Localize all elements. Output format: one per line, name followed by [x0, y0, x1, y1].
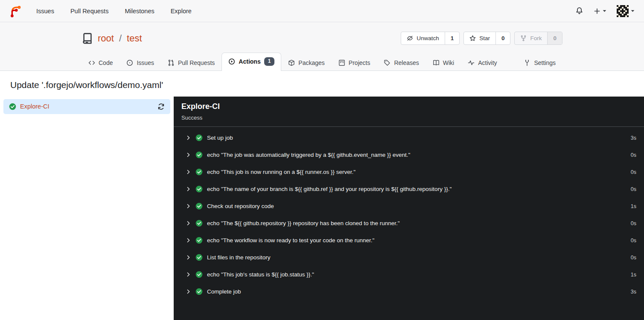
step-success-check-icon: [195, 271, 203, 278]
run-panel-title: Explore-CI: [181, 102, 636, 111]
step-name: echo "This job is now running on a ${{ r…: [207, 169, 356, 175]
repo-separator: /: [119, 33, 122, 44]
tab-releases[interactable]: Releases: [377, 55, 425, 71]
chevron-right-icon: [186, 272, 191, 277]
tab-wiki-label: Wiki: [443, 59, 454, 66]
run-status: Success: [181, 114, 636, 121]
actions-count-badge: 1: [264, 57, 275, 66]
step-duration: 3s: [631, 135, 636, 141]
repo-action-buttons: Unwatch 1 Star 0: [401, 32, 562, 45]
tab-pull-requests-label: Pull Requests: [178, 59, 215, 66]
user-menu-dropdown[interactable]: [617, 5, 635, 17]
step-row[interactable]: List files in the repository 0s: [174, 249, 644, 266]
chevron-right-icon: [186, 203, 191, 209]
tab-actions-label: Actions: [239, 58, 260, 65]
run-panel-header: Explore-CI Success: [174, 97, 644, 127]
step-row[interactable]: Set up job 3s: [174, 129, 644, 147]
navbar-link[interactable]: Milestones: [117, 8, 162, 15]
step-success-check-icon: [195, 237, 203, 244]
tab-activity[interactable]: Activity: [461, 55, 504, 71]
tab-wiki[interactable]: Wiki: [426, 55, 461, 71]
navbar-link[interactable]: Issues: [28, 8, 62, 15]
step-row[interactable]: echo "The workflow is now ready to test …: [174, 232, 644, 249]
navbar-link[interactable]: Explore: [163, 8, 200, 15]
watchers-count[interactable]: 1: [445, 32, 460, 44]
job-item-label: Explore-CI: [20, 103, 50, 110]
step-row[interactable]: echo "This job's status is ${{ job.statu…: [174, 266, 644, 283]
settings-tools-icon: [524, 59, 530, 66]
chevron-right-icon: [186, 238, 191, 243]
stars-count[interactable]: 0: [496, 32, 510, 44]
step-name: echo "The workflow is now ready to test …: [207, 237, 374, 244]
forgejo-logo-icon[interactable]: [9, 5, 22, 18]
tab-packages[interactable]: Packages: [281, 55, 331, 71]
top-navbar: IssuesPull RequestsMilestonesExplore: [0, 0, 644, 22]
step-row[interactable]: Check out repository code 1s: [174, 198, 644, 215]
refresh-icon[interactable]: [157, 103, 165, 110]
tab-code[interactable]: Code: [82, 55, 119, 71]
star-icon: [469, 35, 476, 41]
success-check-icon: [9, 103, 16, 110]
actions-run-page: Update '.forgejo/workflows/demo.yaml' Ex…: [0, 71, 644, 320]
star-button[interactable]: Star: [464, 32, 496, 44]
activity-pulse-icon: [468, 59, 475, 66]
unwatch-button-group: Unwatch 1: [401, 32, 460, 45]
job-item-explore-ci[interactable]: Explore-CI: [3, 99, 170, 114]
step-success-check-icon: [195, 254, 203, 261]
tab-projects[interactable]: Projects: [332, 55, 377, 71]
notifications-bell-icon[interactable]: [575, 7, 583, 15]
fork-icon: [520, 35, 527, 41]
chevron-right-icon: [186, 169, 191, 175]
tab-pull-requests[interactable]: Pull Requests: [161, 55, 221, 71]
wiki-book-icon: [433, 59, 440, 66]
step-duration: 0s: [631, 169, 636, 175]
issue-icon: [126, 59, 133, 66]
repo-tabs: Code Issues Pull Requests: [82, 53, 562, 70]
chevron-right-icon: [186, 289, 191, 294]
steps-list: Set up job 3s echo "The job was automati…: [174, 127, 644, 303]
tab-activity-label: Activity: [478, 59, 497, 66]
navbar-right: [575, 5, 637, 17]
tab-issues-label: Issues: [137, 59, 154, 66]
tab-code-label: Code: [99, 59, 113, 66]
tab-releases-label: Releases: [394, 59, 419, 66]
step-success-check-icon: [195, 288, 203, 295]
step-name: Complete job: [207, 288, 241, 295]
tab-settings[interactable]: Settings: [517, 55, 562, 71]
repo-owner-link[interactable]: root: [98, 33, 114, 44]
plus-icon: [594, 8, 600, 15]
step-row[interactable]: echo "This job is now running on a ${{ r…: [174, 164, 644, 181]
step-duration: 1s: [631, 203, 636, 209]
chevron-down-icon: [603, 10, 606, 12]
step-name: echo "This job's status is ${{ job.statu…: [207, 271, 314, 278]
tab-issues[interactable]: Issues: [119, 55, 160, 71]
navbar-link[interactable]: Pull Requests: [62, 8, 117, 15]
tab-actions[interactable]: Actions 1: [221, 53, 281, 71]
unwatch-button[interactable]: Unwatch: [401, 32, 445, 44]
step-success-check-icon: [195, 134, 203, 141]
forks-count[interactable]: 0: [548, 32, 562, 44]
chevron-right-icon: [186, 220, 191, 226]
page-title: Update '.forgejo/workflows/demo.yaml': [0, 71, 644, 97]
fork-button[interactable]: Fork: [515, 32, 548, 44]
step-duration: 0s: [631, 238, 636, 244]
step-row[interactable]: echo "The name of your branch is ${{ git…: [174, 181, 644, 198]
code-icon: [88, 59, 95, 66]
step-row[interactable]: Complete job 3s: [174, 283, 644, 300]
repo-title: root / test: [82, 32, 142, 44]
step-name: echo "The ${{ github.repository }} repos…: [207, 220, 400, 226]
navbar-links: IssuesPull RequestsMilestonesExplore: [28, 8, 200, 15]
chevron-right-icon: [186, 152, 191, 158]
create-new-dropdown[interactable]: [594, 8, 606, 15]
jobs-sidebar: Explore-CI: [0, 97, 174, 320]
unwatch-label: Unwatch: [417, 35, 439, 41]
step-row[interactable]: echo "The job was automatically triggere…: [174, 147, 644, 164]
step-row[interactable]: echo "The ${{ github.repository }} repos…: [174, 215, 644, 232]
fork-button-group: Fork 0: [514, 32, 562, 45]
step-duration: 0s: [631, 255, 636, 261]
repo-header: root / test Unwatch 1: [0, 22, 644, 71]
repo-name-link[interactable]: test: [127, 33, 142, 44]
step-success-check-icon: [195, 185, 203, 193]
step-name: echo "The job was automatically triggere…: [207, 152, 410, 158]
avatar: [617, 5, 629, 17]
